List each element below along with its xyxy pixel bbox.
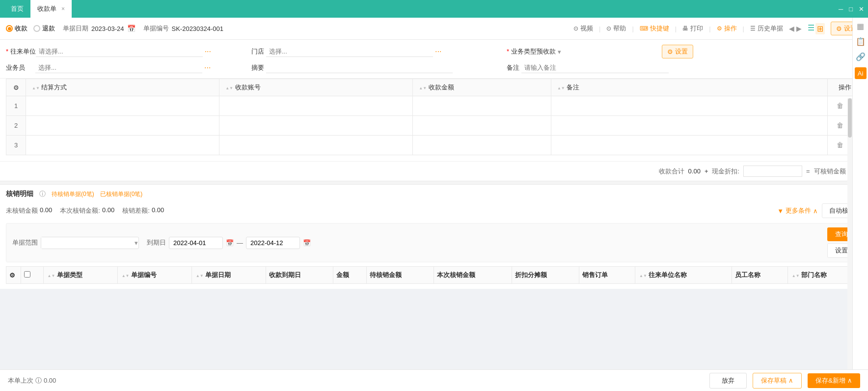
doc-type-sort[interactable]: ▲▼ <box>48 274 55 278</box>
row-2-delete-icon[interactable]: 🗑 <box>837 121 843 129</box>
doc-range-dropdown-icon[interactable]: ▾ <box>132 239 141 247</box>
video-btn[interactable]: ⊙ 视频 <box>573 24 593 33</box>
print-btn[interactable]: 🖶 打印 <box>682 24 703 33</box>
current-verify-value: 0.00 <box>102 206 114 215</box>
staff-input[interactable] <box>35 62 202 73</box>
checkbox-column-header: ⚙ <box>6 267 21 284</box>
discount-input[interactable] <box>743 166 802 177</box>
summary-field: 摘要 <box>251 62 487 73</box>
row-3-remark[interactable] <box>551 136 827 155</box>
total-label: 收款合计 <box>659 167 684 176</box>
doc-date-sort[interactable]: ▲▼ <box>196 274 204 278</box>
staff-label: 业务员 <box>6 63 35 72</box>
calendar-icon[interactable]: 📅 <box>127 25 136 32</box>
amount-sort[interactable]: ▲▼ <box>419 86 427 90</box>
sidebar-doc-icon[interactable]: 📋 <box>856 37 866 46</box>
account-sort[interactable]: ▲▼ <box>225 86 233 90</box>
doc-type-label: 单据类型 <box>57 271 82 279</box>
date-to-icon[interactable]: 📅 <box>303 239 311 247</box>
more-conditions-btn[interactable]: ▼ 更多条件 ∧ <box>777 206 818 215</box>
verify-stats: 未核销金额 0.00 本次核销金额: 0.00 核销差额: 0.00 ▼ 更多条… <box>6 203 862 218</box>
bottom-table-header: ⚙ ▲▼ 单据类型 ▲▼ 单据编号 ▲▼ 单据日期 <box>6 267 862 284</box>
date-from-icon[interactable]: 📅 <box>226 239 234 247</box>
settings-icon: ⚙ <box>667 48 673 56</box>
close-btn[interactable]: ✕ <box>859 5 864 13</box>
store-input[interactable] <box>266 46 433 57</box>
operation-btn[interactable]: ⚙ 操作 <box>717 24 737 33</box>
row-3-settlement[interactable] <box>26 136 219 155</box>
row-1-amount[interactable] <box>413 96 551 116</box>
business-type-field: 业务类型 预收款 ▾ ⚙ 设置 <box>507 45 693 58</box>
table-gear-icon[interactable]: ⚙ <box>13 84 19 91</box>
summary-input[interactable] <box>266 62 453 73</box>
date-from-input[interactable] <box>169 237 223 249</box>
help-btn[interactable]: ⊙ 帮助 <box>606 24 626 33</box>
row-2-amount[interactable] <box>413 116 551 136</box>
row-1-account[interactable] <box>219 96 413 116</box>
counterpart-more-icon[interactable]: ··· <box>205 48 211 56</box>
gear-column-header[interactable]: ⚙ <box>6 79 26 96</box>
save-new-button[interactable]: 保存&新增 ∧ <box>808 373 860 388</box>
amount-label: 金额 <box>336 271 349 279</box>
doc-date-value: 2023-03-24 <box>91 25 124 32</box>
history-btn[interactable]: ☰ 历史单据 <box>750 24 783 33</box>
receipt-due-label: 收款到期日 <box>269 271 301 279</box>
gear-icon: ⚙ <box>836 25 842 32</box>
doc-date-label: 单据日期 <box>205 271 231 279</box>
save-draft-button[interactable]: 保存草稿 ∧ <box>753 373 802 389</box>
remark-field: 备注 <box>507 62 693 73</box>
scrollbar-thumb[interactable] <box>848 98 852 138</box>
sidebar-link-icon[interactable]: 🔗 <box>856 52 866 61</box>
tab-close-icon[interactable]: × <box>61 5 65 12</box>
row-2-remark[interactable] <box>551 116 827 136</box>
doc-no-sort[interactable]: ▲▼ <box>122 274 130 278</box>
row-3-account[interactable] <box>219 136 413 155</box>
counterpart-input[interactable] <box>36 46 203 57</box>
abandon-button[interactable]: 放弃 <box>709 373 747 389</box>
row-2-settlement[interactable] <box>26 116 219 136</box>
remark-sort[interactable]: ▲▼ <box>557 86 565 90</box>
store-more-icon[interactable]: ··· <box>435 48 441 56</box>
gear-bottom-icon[interactable]: ⚙ <box>9 272 15 279</box>
row-1-settlement[interactable] <box>26 96 219 116</box>
row-1-delete-icon[interactable]: 🗑 <box>837 102 843 110</box>
save-new-arrow-icon: ∧ <box>847 377 852 384</box>
minimize-btn[interactable]: ─ <box>839 5 843 13</box>
toolbar-right: ⊙ 视频 | ⊙ 帮助 | ⌨ 快捷键 | 🖶 打印 | ⚙ 操作 | ☰ 历史… <box>573 22 862 35</box>
prev-arrow[interactable]: ◀ <box>789 25 794 32</box>
done-tab[interactable]: 已核销单据(0笔) <box>100 190 143 198</box>
maximize-btn[interactable]: □ <box>849 5 853 13</box>
plus-sign: + <box>705 168 708 175</box>
prev-info-icon[interactable]: ⓘ <box>35 376 42 385</box>
remark-input[interactable] <box>521 62 669 73</box>
row-3-amount[interactable] <box>413 136 551 155</box>
scrollbar-area[interactable] <box>847 98 852 369</box>
date-to-input[interactable] <box>246 237 300 249</box>
radio-refund[interactable]: 退款 <box>33 24 55 33</box>
row-3-delete-icon[interactable]: 🗑 <box>837 141 843 149</box>
staff-field: 业务员 ··· <box>6 62 232 73</box>
radio-receipt[interactable]: 收款 <box>6 24 27 33</box>
sidebar-ai-button[interactable]: Ai <box>855 67 867 79</box>
list-view-icon[interactable]: ☰ <box>808 23 814 34</box>
dept-name-sort[interactable]: ▲▼ <box>792 274 800 278</box>
next-arrow[interactable]: ▶ <box>796 25 802 32</box>
tab-home[interactable]: 首页 <box>4 0 30 18</box>
form-settings-button[interactable]: ⚙ 设置 <box>662 45 693 58</box>
shortcut-btn[interactable]: ⌨ 快捷键 <box>640 24 669 33</box>
nav-arrows: ◀ ▶ <box>789 25 802 32</box>
row-1-remark[interactable] <box>551 96 827 116</box>
verify-info-icon[interactable]: ⓘ <box>39 190 46 198</box>
row-2-account[interactable] <box>219 116 413 136</box>
sidebar-table-icon[interactable]: ▦ <box>857 22 864 31</box>
staff-more-icon[interactable]: ··· <box>204 64 211 72</box>
counterpart-name-sort[interactable]: ▲▼ <box>639 274 647 278</box>
select-all-checkbox[interactable] <box>24 271 30 278</box>
receipt-due-header: 收款到期日 <box>266 267 333 284</box>
pending-tab[interactable]: 待核销单据(0笔) <box>52 190 94 198</box>
grid-view-icon[interactable]: ⊞ <box>815 23 825 34</box>
doc-range-input[interactable] <box>41 237 132 249</box>
settlement-sort[interactable]: ▲▼ <box>32 86 40 90</box>
tab-receipt[interactable]: 收款单 × <box>30 0 72 18</box>
business-type-dropdown[interactable]: ▾ <box>558 48 561 56</box>
